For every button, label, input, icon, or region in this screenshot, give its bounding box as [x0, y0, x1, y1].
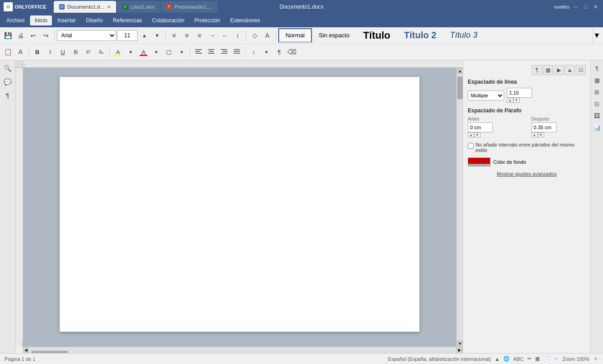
font-name-select[interactable]: Arial: [57, 30, 116, 41]
underline-button[interactable]: U: [57, 46, 69, 57]
menu-colaboracion[interactable]: Colaboración: [148, 15, 189, 25]
style-titulo3[interactable]: Título 3: [443, 28, 484, 42]
align-right-button[interactable]: [218, 46, 230, 57]
highlight-dropdown[interactable]: ▼: [125, 46, 137, 58]
edit-icon[interactable]: ✏: [527, 356, 531, 362]
before-increase[interactable]: ▲: [468, 132, 474, 137]
font-size-input[interactable]: [117, 30, 138, 41]
grid-icon[interactable]: ▦: [535, 356, 540, 362]
color-fondo-row[interactable]: Color de fondo: [468, 157, 586, 167]
scroll-left-button[interactable]: ◀: [23, 347, 29, 354]
line-spacing-button[interactable]: ↕: [248, 46, 260, 57]
superscript-button[interactable]: X²: [82, 46, 94, 57]
line-spacing-type-select[interactable]: Múltiple: [468, 91, 504, 101]
increase-indent-button[interactable]: →: [206, 30, 218, 41]
clear-format-button[interactable]: A: [15, 46, 26, 58]
scrollbar-vertical[interactable]: ▲ ▼: [456, 68, 463, 347]
subscript-button[interactable]: X₂: [95, 46, 107, 57]
zoom-in-button[interactable]: ＋: [593, 355, 598, 363]
scroll-track[interactable]: [457, 74, 463, 340]
advanced-link[interactable]: Mostrar ajustes avanzados: [468, 171, 586, 177]
bullet-list-button[interactable]: ≡: [168, 30, 180, 41]
spacing-before-input[interactable]: [468, 122, 493, 132]
after-increase[interactable]: ▲: [531, 132, 538, 137]
before-decrease[interactable]: ▼: [474, 132, 480, 137]
menu-extensiones[interactable]: Extensiones: [226, 15, 265, 25]
clear-formatting-button[interactable]: ⌫: [286, 46, 298, 58]
editor-scroll-area[interactable]: [23, 68, 456, 347]
page-view-icon[interactable]: 📄: [543, 356, 550, 362]
style-titulo2[interactable]: Título 2: [397, 28, 443, 42]
bold-button[interactable]: B: [31, 46, 43, 57]
lang-icon[interactable]: ▲: [495, 356, 500, 362]
scroll-down-button[interactable]: ▼: [457, 340, 463, 347]
highlight-button[interactable]: A: [112, 46, 124, 57]
redo-button[interactable]: ↪: [40, 30, 52, 41]
tab-xls[interactable]: X Libro1.xlsx: [117, 1, 160, 13]
font-size-decrease[interactable]: ▼: [151, 30, 163, 41]
right-icon-chart[interactable]: 📊: [591, 121, 603, 133]
panel-icon-right[interactable]: ▶: [554, 65, 564, 75]
comment-sidebar-icon[interactable]: 💬: [2, 76, 14, 88]
paragraph-sidebar-icon[interactable]: ¶: [2, 90, 14, 101]
menu-archivo[interactable]: Archivo: [2, 15, 29, 25]
spacing-after-input[interactable]: [531, 122, 557, 132]
globe-icon[interactable]: 🌐: [503, 356, 510, 362]
spell-icon[interactable]: ABC: [513, 356, 524, 362]
pilcrow-button[interactable]: ¶: [273, 46, 285, 57]
border-dropdown[interactable]: ▼: [176, 46, 188, 58]
undo-button[interactable]: ↩: [27, 30, 39, 41]
copy-style-button[interactable]: 📋: [2, 46, 14, 58]
minimize-button[interactable]: ─: [572, 3, 579, 10]
scroll-thumb[interactable]: [457, 76, 463, 99]
scroll-h-thumb[interactable]: [31, 351, 68, 354]
save-button[interactable]: 💾: [2, 30, 14, 41]
italic-button[interactable]: I: [44, 46, 56, 57]
color-preview[interactable]: [468, 157, 491, 167]
line-spacing-increase[interactable]: ▲: [507, 98, 513, 103]
tab-doc-close[interactable]: ✕: [107, 5, 111, 10]
line-spacing-decrease[interactable]: ▼: [513, 98, 520, 103]
sort-button[interactable]: ↕: [232, 30, 244, 41]
scrollbar-horizontal[interactable]: ◀ ▶: [23, 347, 463, 353]
tab-doc[interactable]: W Documento1.d... ✕: [54, 1, 116, 13]
shape-button[interactable]: ◇: [249, 30, 261, 41]
menu-inicio[interactable]: Inicio: [30, 15, 52, 25]
style-normal[interactable]: Normal: [278, 28, 312, 42]
panel-icon-up[interactable]: ▲: [565, 65, 575, 75]
right-icon-col[interactable]: ⊞: [591, 86, 603, 98]
font-size-increase[interactable]: ▲: [138, 30, 150, 41]
strikethrough-button[interactable]: S: [70, 46, 82, 57]
style-titulo1[interactable]: Título: [356, 28, 397, 42]
multi-level-list-button[interactable]: ≡: [194, 30, 205, 41]
no-interval-checkbox[interactable]: [468, 143, 474, 149]
scroll-up-button[interactable]: ▲: [457, 68, 463, 74]
close-button[interactable]: ✕: [592, 3, 599, 10]
tab-ppt[interactable]: P Presentación1....: [161, 1, 218, 13]
zoom-out-button[interactable]: －: [553, 355, 559, 363]
print-button[interactable]: 🖨: [15, 30, 26, 41]
right-icon-grid[interactable]: ▦: [591, 74, 603, 86]
font-color-button[interactable]: A: [138, 46, 149, 57]
align-justify-button[interactable]: [231, 46, 243, 57]
font-color-dropdown[interactable]: ▼: [150, 46, 162, 58]
search-sidebar-icon[interactable]: 🔍: [2, 62, 14, 74]
numbered-list-button[interactable]: ≡: [181, 30, 193, 41]
style-sin-espacio[interactable]: Sin espacio: [312, 28, 356, 42]
right-icon-img[interactable]: 🖼: [591, 110, 603, 121]
panel-icon-grid[interactable]: ▦: [543, 65, 553, 75]
scroll-right-button[interactable]: ▶: [456, 347, 463, 354]
after-decrease[interactable]: ▼: [538, 132, 544, 137]
line-spacing-value-input[interactable]: [507, 88, 532, 98]
right-icon-table[interactable]: ⊟: [591, 98, 603, 110]
menu-diseno[interactable]: Diseño: [82, 15, 107, 25]
menu-referencias[interactable]: Referencias: [108, 15, 147, 25]
right-icon-para[interactable]: ¶: [591, 62, 603, 74]
menu-proteccion[interactable]: Protección: [190, 15, 225, 25]
maximize-button[interactable]: □: [582, 3, 589, 10]
decrease-indent-button[interactable]: ←: [219, 30, 231, 41]
align-center-button[interactable]: [205, 46, 217, 57]
document-page[interactable]: [60, 77, 419, 332]
styles-dropdown[interactable]: ▼: [592, 27, 601, 44]
menu-insertar[interactable]: Insertar: [53, 15, 81, 25]
